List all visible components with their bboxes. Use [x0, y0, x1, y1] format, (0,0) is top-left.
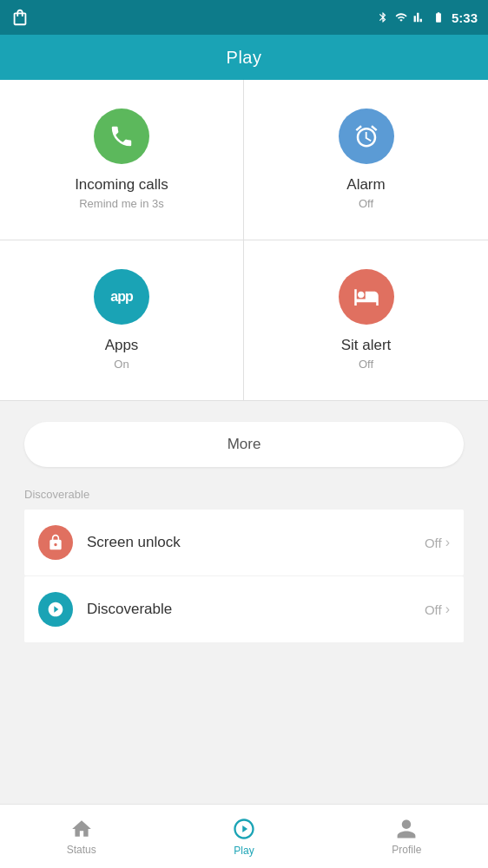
wifi-icon — [394, 11, 408, 23]
discoverable-item[interactable]: Discoverable Off › — [24, 576, 464, 642]
discoverable-label: Discoverable — [87, 601, 425, 618]
page-header: Play — [0, 35, 488, 80]
battery-icon — [431, 11, 446, 23]
status-bar-right: 5:33 — [377, 10, 478, 25]
bluetooth-icon — [377, 11, 389, 23]
discoverable-chevron: › — [445, 602, 450, 617]
discoverable-value: Off — [425, 602, 442, 617]
signal-icon — [413, 11, 425, 23]
status-bar-left — [10, 8, 30, 27]
page-title: Play — [227, 48, 262, 68]
screen-unlock-item[interactable]: Screen unlock Off › — [24, 510, 464, 575]
apps-icon: app — [94, 269, 149, 325]
discoverable-icon — [38, 592, 73, 627]
alarm-title: Alarm — [346, 176, 385, 194]
apps-cell[interactable]: app Apps On — [0, 240, 244, 401]
nav-profile[interactable]: Profile — [326, 805, 488, 868]
nav-status[interactable]: Status — [0, 805, 162, 868]
apps-subtitle: On — [114, 358, 129, 371]
incoming-calls-icon — [94, 108, 149, 164]
screen-unlock-icon — [38, 525, 73, 560]
alarm-icon — [339, 108, 394, 164]
bottom-nav: Status Play Profile — [0, 804, 488, 868]
nav-play-label: Play — [234, 845, 254, 857]
nav-status-label: Status — [67, 844, 96, 856]
alarm-cell[interactable]: Alarm Off — [244, 80, 488, 240]
status-bar: 5:33 — [0, 0, 488, 35]
discoverable-section-label: Discoverable — [24, 484, 464, 501]
discoverable-section: Discoverable Screen unlock Off › Discove… — [0, 484, 488, 642]
sit-alert-title: Sit alert — [341, 337, 392, 354]
feature-grid: Incoming calls Remind me in 3s Alarm Off… — [0, 80, 488, 401]
home-icon — [70, 818, 93, 840]
status-time: 5:33 — [452, 10, 478, 25]
incoming-calls-subtitle: Remind me in 3s — [79, 197, 164, 210]
screen-unlock-chevron: › — [445, 535, 450, 550]
sit-alert-cell[interactable]: Sit alert Off — [244, 240, 488, 401]
more-section: More — [0, 401, 488, 484]
incoming-calls-cell[interactable]: Incoming calls Remind me in 3s — [0, 80, 244, 240]
screen-unlock-label: Screen unlock — [87, 534, 425, 551]
more-button[interactable]: More — [24, 422, 464, 467]
incoming-calls-title: Incoming calls — [75, 176, 168, 194]
nav-profile-label: Profile — [392, 844, 421, 856]
screen-unlock-value: Off — [425, 536, 442, 550]
apps-title: Apps — [105, 337, 139, 354]
person-icon — [395, 818, 418, 840]
nav-play[interactable]: Play — [162, 805, 325, 868]
sit-alert-icon — [339, 269, 394, 325]
alarm-subtitle: Off — [359, 197, 373, 210]
shopping-bag-icon — [10, 8, 30, 27]
play-circle-icon — [232, 817, 256, 841]
sit-alert-subtitle: Off — [359, 358, 373, 371]
